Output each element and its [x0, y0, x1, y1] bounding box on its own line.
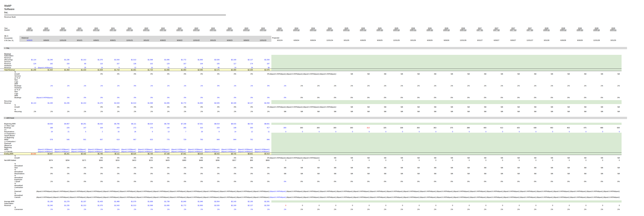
- average-arr-c4[interactable]: $1,337: [71, 201, 88, 203]
- pct-conversion-c25[interactable]: 1%: [422, 208, 438, 211]
- contraction-downsell-c14[interactable]: (&quot;#,##0&quot;): [238, 148, 255, 150]
- expansion-upsell-c14[interactable]: 752: [238, 138, 255, 141]
- pct-conversion-c27[interactable]: 1%: [455, 208, 472, 211]
- recurring-revenue-c3[interactable]: $1,235: [54, 102, 71, 104]
- total-revenue-c31[interactable]: [522, 71, 538, 71]
- recurring-revenue-c1[interactable]: $1,114: [21, 102, 38, 104]
- pct-recurring-c34[interactable]: NA: [572, 110, 588, 113]
- recurring-revenue-c10[interactable]: $1,772: [171, 102, 188, 104]
- beginning-arr-c15[interactable]: $8,831: [255, 123, 271, 125]
- new-logo-bookings-c36[interactable]: 500: [605, 127, 622, 129]
- pct-recurring-c29[interactable]: NA: [488, 110, 505, 113]
- col-year-21[interactable]: 2025: [355, 27, 372, 29]
- pct-recurring-c32[interactable]: NA: [538, 110, 555, 113]
- beginning-arr-c2[interactable]: $4,593: [38, 123, 54, 125]
- ann-contraction-c17[interactable]: (&quot;#,##0%&quot;): [288, 190, 305, 192]
- new-logo-bookings-c3[interactable]: 225: [54, 127, 71, 129]
- ending-growth-c19[interactable]: NA: [322, 157, 338, 159]
- hardware-revenue-c36[interactable]: [605, 68, 622, 69]
- cancels-c27[interactable]: [455, 152, 472, 153]
- ann-expansion-c30[interactable]: 0%: [505, 180, 522, 183]
- total-revenue-c8[interactable]: $1,710: [138, 69, 155, 71]
- col-year-23[interactable]: 2025: [388, 27, 405, 29]
- subscription-revenue-2-c33[interactable]: 0: [555, 204, 572, 207]
- total-revenue-c24[interactable]: [405, 71, 422, 71]
- row-label-ending-arr[interactable]: Ending ARR: [0, 153, 21, 155]
- reactivations-c28[interactable]: 0: [472, 131, 488, 133]
- ann-cancels-c31[interactable]: (&quot;#,##0%&quot;): [522, 196, 538, 198]
- ann-new-c18[interactable]: NA: [305, 167, 322, 169]
- net-arr-added-c35[interactable]: 0: [588, 159, 605, 161]
- pct-recurring-c12[interactable]: 1%: [205, 110, 221, 113]
- pct-recurring-c4[interactable]: 1%: [71, 110, 88, 113]
- recurring-revenue-c6[interactable]: $1,543: [104, 102, 121, 104]
- net-arr-added-c20[interactable]: 0: [338, 159, 355, 161]
- ending-arr-c27[interactable]: [455, 155, 472, 155]
- pct-conversion-c1[interactable]: [21, 210, 38, 211]
- net-arr-added-c13[interactable]: $317: [221, 159, 238, 161]
- ann-cancels-c32[interactable]: (&quot;#,##0%&quot;): [538, 196, 555, 198]
- cancels-c34[interactable]: [572, 152, 588, 153]
- ending-growth-c11[interactable]: 0%: [188, 157, 205, 159]
- pct-recurring-c17[interactable]: NA: [288, 110, 305, 113]
- total-revenue-c35[interactable]: [588, 71, 605, 71]
- pct-conversion-c29[interactable]: 1%: [488, 208, 505, 211]
- recurring-growth-c19[interactable]: (&quot;#,##0%&quot;): [322, 106, 338, 108]
- ending-arr-c14[interactable]: $8,831: [238, 153, 255, 155]
- ending-growth-c2[interactable]: [38, 159, 54, 159]
- ann-expansion-c25[interactable]: 0%: [422, 180, 438, 183]
- ending-arr-c23[interactable]: [388, 155, 405, 155]
- pct-conversion-c31[interactable]: 1%: [522, 208, 538, 211]
- ending-arr-c34[interactable]: [572, 155, 588, 155]
- cancels-c17[interactable]: [288, 152, 305, 153]
- row-label-average-arr[interactable]: Average ARR: [0, 201, 21, 203]
- col-date-2[interactable]: 9/30/20: [38, 39, 54, 41]
- subscription-revenue-c1[interactable]: $1,114: [21, 59, 38, 61]
- col-quarter-2022-Q2[interactable]: 2022-Q2: [155, 29, 171, 31]
- average-arr-c11[interactable]: $1,946: [188, 201, 205, 203]
- reactivations-c23[interactable]: 0: [388, 131, 405, 133]
- average-arr-c10[interactable]: $1,840: [171, 201, 188, 203]
- hardware-pct-c27[interactable]: 0%: [455, 96, 472, 99]
- pct-conversion-c6[interactable]: 1%: [104, 208, 121, 211]
- total-revenue-c33[interactable]: [555, 71, 572, 71]
- recurring-growth-c30[interactable]: NA: [505, 106, 522, 108]
- new-logo-bookings-c29[interactable]: 413: [488, 127, 505, 129]
- contraction-downsell-c7[interactable]: (&quot;#,##0&quot;): [121, 148, 138, 150]
- ann-expansion-c36[interactable]: 0%: [605, 180, 622, 183]
- subscription-revenue-2-c20[interactable]: 0: [338, 204, 355, 207]
- ann-cancels-c18[interactable]: (&quot;#,##0%&quot;): [305, 196, 322, 198]
- hardware-pct-c24[interactable]: 0%: [405, 96, 422, 99]
- subscription-revenue-2-c13[interactable]: $2,169: [221, 204, 238, 207]
- ann-expansion-c34[interactable]: 0%: [572, 180, 588, 183]
- ending-growth-c32[interactable]: NA: [538, 157, 555, 159]
- col-date-26[interactable]: 9/30/26: [438, 39, 455, 41]
- new-logo-bookings-c22[interactable]: 325: [372, 127, 388, 129]
- beginning-arr-c8[interactable]: $6,524: [138, 123, 155, 125]
- ann-contraction-c3[interactable]: (&quot;#,##0%&quot;): [54, 190, 71, 192]
- net-arr-added-c12[interactable]: $396: [205, 159, 221, 161]
- total-growth-c35[interactable]: NA: [588, 73, 605, 75]
- ending-arr-c4[interactable]: $5,432: [71, 153, 88, 155]
- total-growth-c20[interactable]: NA: [338, 73, 355, 75]
- ann-contraction-c19[interactable]: (&quot;#,##0%&quot;): [322, 190, 338, 192]
- services-pct-c17[interactable]: 1%: [288, 85, 305, 87]
- ending-arr-c15[interactable]: $9,414: [255, 153, 271, 155]
- ending-growth-c21[interactable]: NA: [355, 157, 372, 159]
- total-revenue-c5[interactable]: $1,504: [88, 69, 104, 71]
- col-date-3[interactable]: 12/31/20: [54, 39, 71, 41]
- ann-cancels-c6[interactable]: (&quot;#,##0%&quot;): [104, 196, 121, 198]
- subscription-revenue-c12[interactable]: $2,026: [205, 59, 221, 61]
- services-pct-c20[interactable]: 1%: [338, 85, 355, 87]
- total-revenue-c25[interactable]: [422, 71, 438, 71]
- hardware-pct-c4[interactable]: 0%: [71, 96, 88, 99]
- ann-cancels-c5[interactable]: (&quot;#,##0%&quot;): [88, 196, 104, 198]
- hardware-pct-c11[interactable]: 0%: [188, 96, 205, 99]
- ann-expansion-c3[interactable]: 0%: [54, 180, 71, 183]
- pct-recurring-c36[interactable]: NA: [605, 110, 622, 113]
- total-growth-c11[interactable]: 0%: [188, 73, 205, 75]
- row-label-ending-growth[interactable]: % Growth: [0, 155, 21, 159]
- ending-growth-c35[interactable]: NA: [588, 157, 605, 159]
- pct-conversion-c18[interactable]: 1%: [305, 208, 322, 211]
- total-revenue-c10[interactable]: $1,954: [171, 69, 188, 71]
